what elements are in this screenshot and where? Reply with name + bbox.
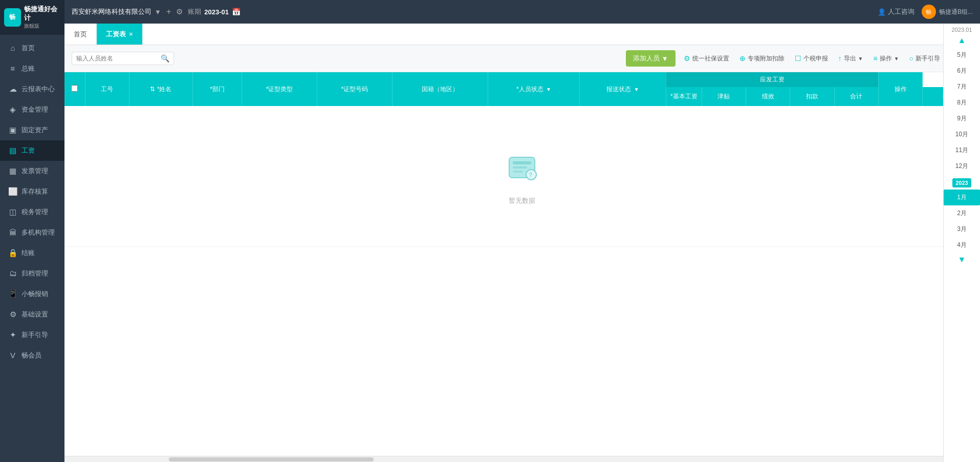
empty-icon: ? [502, 147, 542, 188]
scroll-down-btn[interactable]: ▼ [956, 253, 968, 266]
sidebar-item-cloud-label: 云报表中心 [21, 85, 55, 94]
month-2[interactable]: 2月 [944, 205, 980, 221]
tab-payroll-label: 工资表 [106, 30, 126, 39]
sidebar-item-invoice[interactable]: ▦ 发票管理 [0, 161, 64, 181]
topbar-right: 👤 人工咨询 畅 畅捷通B组... [878, 5, 973, 19]
table-wrap: 工号 ⇅ *姓名 *部门 *证型类型 *证型号码 国籍（地区） *人员状态 ▼ … [64, 72, 980, 456]
ai-consult-btn[interactable]: 👤 人工咨询 [878, 7, 914, 16]
sidebar-item-expense[interactable]: 📱 小畅报销 [0, 284, 64, 304]
sidebar-item-fund[interactable]: ◈ 资金管理 [0, 99, 64, 120]
tab-home[interactable]: 首页 [64, 24, 97, 45]
topbar: 西安虾米网络科技有限公司 ▼ + ⚙ 账期 2023-01 📅 👤 人工咨询 畅… [64, 0, 980, 24]
tax-icon: ◫ [8, 207, 17, 217]
social-security-btn[interactable]: ⚙ 统一社保设置 [682, 54, 731, 63]
ai-consult-label: 人工咨询 [888, 7, 914, 16]
svg-rect-1 [513, 161, 531, 164]
export-btn[interactable]: ↑ 导出 ▼ [836, 54, 865, 63]
month-7[interactable]: 7月 [944, 79, 980, 95]
sidebar-item-ledger[interactable]: ≡ 总账 [0, 58, 64, 79]
app-name: 畅捷通好会计 [24, 5, 60, 23]
tax-report-btn[interactable]: ☐ 个税申报 [793, 54, 830, 63]
special-deduct-label: 专项附加扣除 [748, 54, 785, 63]
ledger-icon: ≡ [8, 64, 17, 73]
ai-consult-icon: 👤 [878, 8, 886, 16]
status-filter-icon[interactable]: ▼ [546, 87, 551, 92]
search-input[interactable] [76, 55, 158, 62]
right-panel: 2023.01 ▲ 5月 6月 7月 8月 9月 10月 11月 12月 202… [943, 24, 980, 462]
search-icon: 🔍 [161, 54, 169, 62]
sidebar-item-close-label: 结账 [21, 248, 35, 258]
sidebar-item-inventory[interactable]: ⬜ 库存核算 [0, 181, 64, 202]
scroll-up-btn[interactable]: ▲ [956, 34, 968, 47]
sidebar-item-assets-label: 固定资产 [21, 125, 48, 135]
month-5[interactable]: 5月 [944, 47, 980, 63]
right-panel-header: 2023.01 [952, 24, 972, 34]
select-all-header [64, 72, 85, 106]
sidebar-item-cloud-report[interactable]: ☁ 云报表中心 [0, 79, 64, 99]
topbar-add-icon[interactable]: + [166, 7, 171, 16]
month-3[interactable]: 3月 [944, 221, 980, 237]
sidebar-item-archive-label: 归档管理 [21, 269, 48, 278]
guide-action-btn[interactable]: ○ 新手引导 [907, 54, 942, 63]
payroll-icon: ▤ [8, 146, 17, 155]
sidebar: 畅 畅捷通好会计 旗舰版 ⌂ 首页 ≡ 总账 ☁ 云报表中心 ◈ 资金管理 ▣ … [0, 0, 64, 462]
report-filter-icon[interactable]: ▼ [634, 87, 639, 92]
period-label: 账期 [188, 7, 201, 16]
sidebar-item-ledger-label: 总账 [21, 64, 35, 73]
sidebar-item-inventory-label: 库存核算 [21, 187, 48, 196]
month-6[interactable]: 6月 [944, 63, 980, 79]
select-all-checkbox[interactable] [71, 85, 78, 92]
sidebar-item-home-label: 首页 [21, 44, 35, 53]
empty-text: 暂无数据 [509, 196, 535, 205]
month-1[interactable]: 1月 [944, 190, 980, 205]
topbar-settings-icon[interactable]: ⚙ [176, 7, 183, 16]
period-display: 账期 2023-01 📅 [188, 7, 241, 16]
table-scrollbar[interactable] [64, 456, 980, 462]
tax-report-label: 个税申报 [803, 54, 828, 63]
content-area: 首页 工资表 × 🔍 添加人员 ▼ ⚙ 统一社保设置 [64, 24, 980, 462]
sidebar-item-close[interactable]: 🔒 结账 [0, 243, 64, 263]
operations-icon: ≡ [873, 54, 877, 62]
add-person-label: 添加人员 [633, 54, 660, 63]
expense-icon: 📱 [8, 289, 17, 299]
month-10[interactable]: 10月 [944, 127, 980, 142]
vip-icon: V [8, 351, 17, 360]
sidebar-item-multi-org[interactable]: 🏛 多机构管理 [0, 222, 64, 243]
calendar-icon[interactable]: 📅 [232, 8, 241, 16]
sidebar-item-assets[interactable]: ▣ 固定资产 [0, 120, 64, 140]
total-header: 合计 [834, 87, 878, 106]
month-9[interactable]: 9月 [944, 111, 980, 127]
company-dropdown-icon: ▼ [155, 8, 161, 16]
sidebar-item-guide[interactable]: ✦ 新手引导 [0, 325, 64, 345]
month-11[interactable]: 11月 [944, 142, 980, 158]
sidebar-item-settings[interactable]: ⚙ 基础设置 [0, 304, 64, 325]
year-label: 2023 [952, 178, 971, 187]
sidebar-item-vip-label: 畅会员 [21, 351, 41, 360]
sidebar-item-payroll[interactable]: ▤ 工资 [0, 140, 64, 161]
special-deduct-btn[interactable]: ⊕ 专项附加扣除 [737, 54, 787, 63]
allowance-header: 津贴 [702, 87, 746, 106]
app-edition: 旗舰版 [24, 23, 60, 30]
month-12[interactable]: 12月 [944, 158, 980, 174]
sidebar-item-guide-label: 新手引导 [21, 330, 48, 340]
archive-icon: 🗂 [8, 269, 17, 278]
tab-close-icon[interactable]: × [129, 30, 133, 38]
operations-btn[interactable]: ≡ 操作 ▼ [871, 54, 901, 63]
org-icon: 🏛 [8, 228, 17, 237]
month-4[interactable]: 4月 [944, 237, 980, 253]
company-selector[interactable]: 西安虾米网络科技有限公司 ▼ [72, 7, 161, 16]
month-8[interactable]: 8月 [944, 95, 980, 111]
add-person-button[interactable]: 添加人员 ▼ [626, 50, 676, 67]
svg-text:?: ? [529, 172, 532, 179]
id-type-header: *证型类型 [242, 72, 317, 106]
scroll-thumb[interactable] [169, 457, 374, 461]
tab-payroll[interactable]: 工资表 × [97, 24, 143, 45]
sidebar-item-vip[interactable]: V 畅会员 [0, 345, 64, 366]
svg-rect-2 [513, 166, 527, 169]
status-header: *人员状态 ▼ [488, 72, 580, 106]
sidebar-item-archive[interactable]: 🗂 归档管理 [0, 263, 64, 284]
sidebar-item-home[interactable]: ⌂ 首页 [0, 38, 64, 58]
special-deduct-icon: ⊕ [739, 54, 746, 62]
sidebar-item-tax[interactable]: ◫ 税务管理 [0, 202, 64, 222]
guide-icon: ✦ [8, 330, 17, 340]
